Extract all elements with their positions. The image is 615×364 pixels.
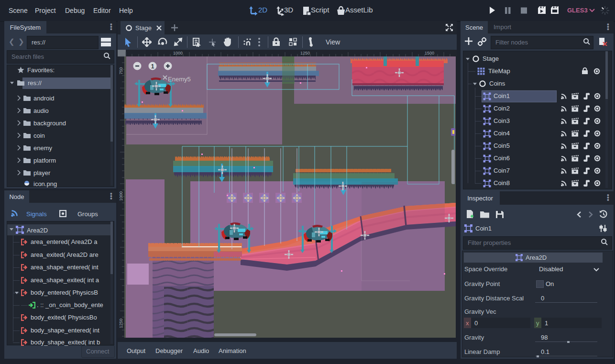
svg-text:1250: 1250	[300, 51, 310, 55]
svg-text:1000: 1000	[119, 191, 123, 201]
svg-text:Enemy5: Enemy5	[168, 76, 191, 83]
svg-text:750: 750	[119, 67, 123, 74]
svg-text:1250: 1250	[119, 319, 123, 328]
svg-text:1000: 1000	[173, 51, 183, 55]
svg-text:1: 1	[151, 63, 154, 70]
svg-text:1500: 1500	[425, 51, 434, 55]
